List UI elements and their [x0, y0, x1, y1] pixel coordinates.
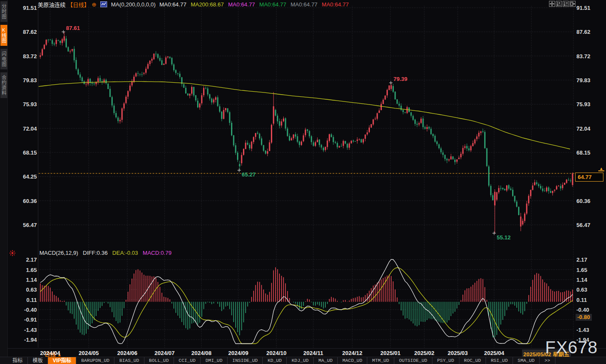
macd-label-left: 1.14: [13, 277, 37, 283]
macd-label-left: -0.91: [13, 316, 37, 323]
indicator-tab-outside-ud[interactable]: OUTSIDE_UD: [394, 357, 432, 364]
indicator-settings-icon[interactable]: [9, 250, 16, 258]
month-label: 2024/11: [303, 350, 323, 356]
indicator-tab-cci-ud[interactable]: CCI_UD: [174, 357, 201, 364]
price-label-left: 72.04: [13, 125, 37, 132]
symbol-name[interactable]: 美原油连续: [38, 0, 66, 9]
price-label-left: 75.93: [13, 101, 37, 107]
price-label-left: 87.62: [13, 29, 37, 35]
price-label-right: 91.51: [576, 5, 603, 11]
macd-label-left: -0.40: [13, 307, 37, 313]
indicator-tab-inside-ud[interactable]: INSIDE_UD: [228, 357, 263, 364]
macd-label-right: 0.63: [576, 286, 603, 293]
month-label: 2025/03: [448, 350, 468, 356]
indicator-tab--[interactable]: 模板: [28, 357, 48, 364]
month-label: 2024/08: [192, 350, 212, 356]
ma-value-6: MA0:64.77: [322, 1, 349, 8]
ma-values: MA0:64.77MA200:68.67MA0:64.77MA0:64.77MA…: [159, 1, 349, 8]
price-label-left: 91.51: [13, 5, 37, 11]
chart-header: 美原油连续 【日线】 ⊕ MA(0,200,0,0,0,0) MA0:64.77…: [38, 1, 349, 8]
macd-label-left: 1.65: [13, 267, 37, 273]
price-label-right: 68.15: [576, 149, 603, 156]
chart-tool-buttons: [549, 1, 576, 7]
sidebar-tab-2[interactable]: K线图: [0, 25, 7, 46]
indicator-tab-kd-ud[interactable]: KD_UD: [263, 357, 287, 364]
sidebar-tab-4[interactable]: 合约资料: [0, 72, 7, 98]
macd-label-right: 0.11: [576, 297, 603, 303]
indicator-tab-roc-ud[interactable]: ROC_UD: [459, 357, 486, 364]
month-label: 2025/04: [484, 350, 504, 356]
jump-to-end-button[interactable]: [570, 1, 576, 7]
price-label-left: 64.25: [13, 173, 37, 180]
macd-label-right: 2.17: [576, 257, 603, 263]
indicator-tab--[interactable]: 指标: [8, 357, 28, 364]
macd-label-left: -1.94: [13, 337, 37, 343]
price-annotation: 55.12: [497, 234, 511, 241]
indicator-tab-bias-ud[interactable]: BIAS_UD: [114, 357, 144, 364]
price-label-left: 83.72: [13, 53, 37, 60]
indicator-tab-psy-ud[interactable]: PSY_UD: [432, 357, 459, 364]
month-label: 2024/12: [342, 350, 363, 356]
indicator-tab-mtm-ud[interactable]: MTM_UD: [367, 357, 394, 364]
indicator-tab-barupdn-ud[interactable]: BARUPDN_UD: [76, 357, 114, 364]
ma-settings-label: MA(0,200,0,0,0,0): [111, 1, 156, 8]
price-label-left: 79.83: [13, 77, 37, 84]
macd-diff-value: DIFF:0.36: [83, 250, 108, 256]
ma-value-3: MA0:64.77: [228, 1, 255, 8]
indicator-tab-boll-ud[interactable]: BOLL_UD: [144, 357, 174, 364]
price-label-right: 79.83: [576, 77, 603, 84]
month-label: 2024/10: [267, 350, 287, 356]
month-label: 2024/05: [79, 350, 99, 356]
macd-macd-value: MACD:0.79: [143, 250, 171, 256]
indicator-tab-kdj-ud[interactable]: KDJ_UD: [287, 357, 314, 364]
macd-label-left: 2.17: [13, 257, 37, 263]
ma-value-5: MA0:64.77: [291, 1, 318, 8]
indicator-tab-rsi-ud[interactable]: RSI_UD: [486, 357, 513, 364]
axis-scale-left-button[interactable]: [556, 1, 562, 7]
macd-label-left: -1.43: [13, 327, 37, 333]
price-label-right: 87.62: [576, 29, 603, 35]
indicator-tab-sma-ud[interactable]: SMA_UD: [513, 357, 540, 364]
sidebar-tab-1[interactable]: 分时图: [0, 1, 7, 22]
month-label: 2024/06: [117, 350, 138, 356]
month-label: 2024/07: [155, 350, 175, 356]
last-price-tag: 64.77: [575, 173, 603, 182]
price-label-right: 60.36: [576, 198, 603, 204]
price-annotation: 79.39: [393, 76, 408, 82]
indicator-tab-ma-ud[interactable]: MA_UD: [314, 357, 338, 364]
ma-value-2: MA200:68.67: [191, 1, 224, 8]
macd-label-right: -0.40: [576, 307, 603, 313]
price-label-right: 75.93: [576, 101, 603, 107]
price-annotation: 65.27: [242, 171, 256, 178]
month-label: 2025/01: [381, 350, 401, 356]
price-label-left: 56.47: [13, 222, 37, 228]
month-label: 2024/04: [40, 350, 60, 356]
macd-label-right: 1.14: [576, 277, 603, 283]
ma-value-4: MA0:64.77: [259, 1, 286, 8]
macd-dea-value: DEA:-0.03: [112, 250, 138, 256]
indicator-tab-macd-ud[interactable]: MACD_UD: [338, 357, 367, 364]
sidebar-tab-3[interactable]: 闪电图: [0, 49, 7, 69]
chart-canvas[interactable]: [0, 0, 606, 364]
axis-scale-right-button[interactable]: [563, 1, 569, 7]
month-label: 2024/09: [228, 350, 249, 356]
move-tool-button[interactable]: [549, 1, 555, 7]
macd-label-left: 0.11: [13, 297, 37, 303]
month-label: 2025/02: [414, 350, 435, 356]
indicator-tab-vip-[interactable]: VIP指标: [48, 357, 76, 364]
period-tag: 【日线】: [67, 0, 90, 9]
trading-app-window: 分时图K线图闪电图合约资料 美原油连续 【日线】 ⊕ MA(0,200,0,0,…: [0, 0, 606, 364]
chart-type-icon[interactable]: [100, 1, 107, 7]
price-label-left: 60.36: [13, 198, 37, 204]
price-label-right: 56.47: [576, 222, 603, 228]
macd-name-label[interactable]: MACD(26,12,9): [39, 250, 78, 256]
macd-current-value-tag: -0.80: [576, 314, 592, 321]
price-annotation: 87.61: [66, 25, 80, 31]
indicator-tab-dmi-ud[interactable]: DMI_UD: [201, 357, 228, 364]
ma-value-1: MA0:64.77: [159, 1, 186, 8]
price-label-right: 83.72: [576, 53, 603, 60]
scroll-to-latest-icon[interactable]: ▲: [598, 167, 604, 171]
link-icon[interactable]: ⊕: [92, 1, 96, 8]
indicator-tab--[interactable]: >>: [540, 357, 555, 364]
price-label-right: 72.04: [576, 125, 603, 132]
